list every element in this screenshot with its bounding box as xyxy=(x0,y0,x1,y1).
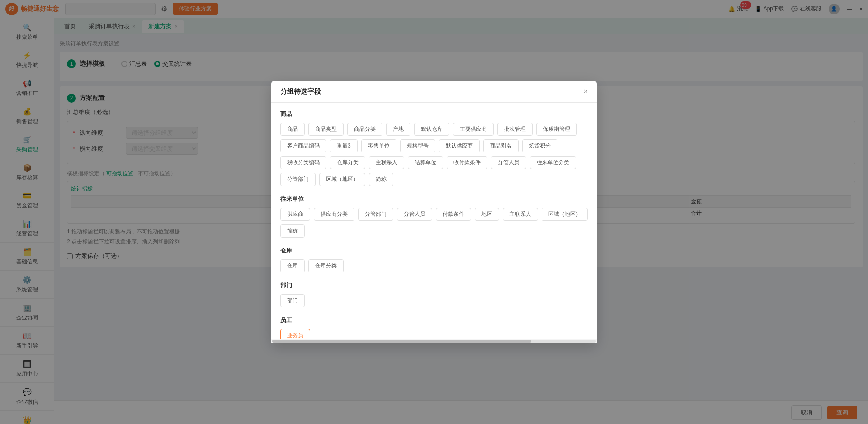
tag-short-name[interactable]: 简称 xyxy=(369,173,393,186)
section-title-partner: 往来单位 xyxy=(280,195,588,203)
tag-payment-terms[interactable]: 收付款条件 xyxy=(447,156,487,169)
tag-goods-alias[interactable]: 商品别名 xyxy=(483,139,519,152)
tag-dep[interactable]: 部门 xyxy=(280,294,305,307)
field-section-employee: 员工 业务员 xyxy=(280,316,588,339)
tag-wh[interactable]: 仓库 xyxy=(280,259,305,272)
tag-main-supplier[interactable]: 主要供应商 xyxy=(453,123,494,136)
hscroll-track xyxy=(272,340,596,343)
tag-goods-category[interactable]: 商品分类 xyxy=(347,123,382,136)
tag-area2[interactable]: 区域（地区） xyxy=(542,208,588,221)
field-tags-partner: 供应商 供应商分类 分管部门 分管人员 付款条件 地区 主联系人 区域（地区） … xyxy=(280,208,588,238)
section-title-employee: 员工 xyxy=(280,316,588,324)
tag-interunit[interactable]: 往来单位分类 xyxy=(530,156,576,169)
field-tags-goods: 商品 商品类型 商品分类 产地 默认仓库 主要供应商 批次管理 保质期管理 客户… xyxy=(280,123,588,186)
tag-tax-code[interactable]: 税收分类编码 xyxy=(280,156,326,169)
tag-main-contact[interactable]: 主联系人 xyxy=(369,156,404,169)
tag-area[interactable]: 地区 xyxy=(475,208,499,221)
tag-supplier[interactable]: 供应商 xyxy=(280,208,310,221)
tag-payment-cond[interactable]: 付款条件 xyxy=(436,208,471,221)
modal-overlay: 分组待选字段 × 商品 商品 商品类型 商品分类 产地 默认仓库 主要供应商 批… xyxy=(0,0,868,424)
tag-salesperson[interactable]: 业务员 xyxy=(280,329,310,339)
tag-supplier-category[interactable]: 供应商分类 xyxy=(314,208,354,221)
section-title-goods: 商品 xyxy=(280,110,588,118)
tag-shelf-life[interactable]: 保质期管理 xyxy=(536,123,577,136)
modal-title: 分组待选字段 xyxy=(280,87,321,96)
tag-goods-type[interactable]: 商品类型 xyxy=(308,123,344,136)
tag-wh-cat[interactable]: 仓库分类 xyxy=(308,259,344,272)
field-section-goods: 商品 商品 商品类型 商品分类 产地 默认仓库 主要供应商 批次管理 保质期管理… xyxy=(280,110,588,186)
hscroll-thumb[interactable] xyxy=(272,340,531,343)
tag-batch-mgmt[interactable]: 批次管理 xyxy=(497,123,533,136)
tag-manager[interactable]: 分管人员 xyxy=(491,156,526,169)
tag-retail-unit[interactable]: 零售单位 xyxy=(361,139,396,152)
tag-weight3[interactable]: 重量3 xyxy=(330,139,358,152)
tag-region[interactable]: 区域（地区） xyxy=(319,173,365,186)
tag-dept[interactable]: 分管部门 xyxy=(280,173,316,186)
tag-default-warehouse[interactable]: 默认仓库 xyxy=(414,123,449,136)
field-section-warehouse: 仓库 仓库 仓库分类 xyxy=(280,247,588,272)
modal-hscrollbar[interactable] xyxy=(271,339,597,343)
tag-customer-code[interactable]: 客户商品编码 xyxy=(280,139,326,152)
tag-origin[interactable]: 产地 xyxy=(386,123,410,136)
field-section-partner: 往来单位 供应商 供应商分类 分管部门 分管人员 付款条件 地区 主联系人 区域… xyxy=(280,195,588,238)
field-tags-warehouse: 仓库 仓库分类 xyxy=(280,259,588,272)
tag-default-supplier[interactable]: 默认供应商 xyxy=(439,139,480,152)
field-tags-department: 部门 xyxy=(280,294,588,307)
field-tags-employee: 业务员 xyxy=(280,329,588,339)
tag-contact[interactable]: 主联系人 xyxy=(503,208,538,221)
modal-box: 分组待选字段 × 商品 商品 商品类型 商品分类 产地 默认仓库 主要供应商 批… xyxy=(271,81,597,343)
tag-alchemy-points[interactable]: 炼货积分 xyxy=(522,139,557,152)
tag-spec-model[interactable]: 规格型号 xyxy=(400,139,435,152)
modal-close-button[interactable]: × xyxy=(584,87,588,95)
section-title-warehouse: 仓库 xyxy=(280,247,588,255)
tag-manage-dept[interactable]: 分管部门 xyxy=(358,208,393,221)
tag-wh-category[interactable]: 仓库分类 xyxy=(330,156,365,169)
tag-settlement-unit[interactable]: 结算单位 xyxy=(408,156,443,169)
modal-header: 分组待选字段 × xyxy=(271,81,597,103)
tag-manage-person[interactable]: 分管人员 xyxy=(397,208,432,221)
section-title-department: 部门 xyxy=(280,281,588,290)
modal-body[interactable]: 商品 商品 商品类型 商品分类 产地 默认仓库 主要供应商 批次管理 保质期管理… xyxy=(271,103,597,339)
tag-goods[interactable]: 商品 xyxy=(280,123,305,136)
field-section-department: 部门 部门 xyxy=(280,281,588,307)
tag-short-name2[interactable]: 简称 xyxy=(280,224,305,238)
